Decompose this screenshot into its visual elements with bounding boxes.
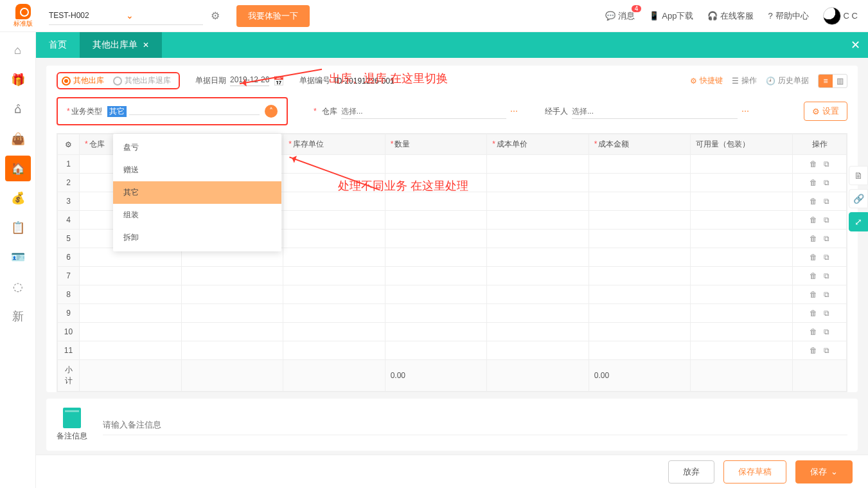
remarks-panel: 备注信息	[46, 399, 858, 451]
footer: 放弃 保存草稿 保存 ⌄	[36, 455, 868, 488]
float-link-icon[interactable]: 🔗	[849, 189, 868, 208]
gear-col[interactable]: ⚙	[58, 134, 80, 155]
table-row[interactable]: 7🗑⧉	[58, 267, 847, 285]
rail-new-icon[interactable]: 新	[5, 303, 31, 329]
radio-return[interactable]: 其他出库退库	[113, 75, 171, 86]
delete-icon[interactable]: 🗑	[810, 346, 817, 355]
col-header: *成本金额	[589, 134, 691, 155]
main: 首页 其他出库单 ✕ ✕ 其他出库	[36, 32, 868, 488]
phone-icon: 📱	[649, 11, 659, 21]
copy-icon[interactable]: ⧉	[824, 346, 829, 355]
rail-warehouse-icon[interactable]: 🏠	[5, 156, 31, 181]
rail-house-icon[interactable]: ⌂̂	[5, 96, 31, 122]
view-mode-toggle[interactable]: ≡ ▥	[818, 74, 847, 88]
rail-money-icon[interactable]: 💰	[5, 185, 31, 211]
more-icon[interactable]: ⋯	[741, 107, 750, 116]
subtotal-label: 小计	[58, 360, 80, 392]
copy-icon[interactable]: ⧉	[824, 309, 829, 318]
remarks-input[interactable]	[103, 415, 847, 435]
rail-clipboard-icon[interactable]: 📋	[5, 215, 31, 240]
tab-home[interactable]: 首页	[36, 32, 80, 58]
delete-icon[interactable]: 🗑	[810, 159, 817, 168]
table-row[interactable]: 8🗑⧉	[58, 285, 847, 304]
settings-button[interactable]: ⚙ 设置	[804, 102, 847, 121]
form-row-2: * 业务类型 其它 ˄ 盘亏 赠送 其它 组装 拆卸	[57, 89, 847, 133]
card-view-icon[interactable]: ▥	[833, 75, 847, 87]
dd-item-3[interactable]: 组装	[113, 204, 281, 226]
company-select[interactable]: TEST-H002 ⌄	[49, 6, 203, 25]
messages-label: 消息	[618, 10, 635, 22]
notes-icon	[63, 408, 81, 428]
tab-bar: 首页 其他出库单 ✕ ✕	[36, 32, 868, 58]
float-expand-icon[interactable]: ⤢	[849, 212, 868, 231]
table-row[interactable]: 9🗑⧉	[58, 304, 847, 323]
logo-text: 标准版	[13, 19, 33, 28]
messages-link[interactable]: 💬 消息 4	[605, 10, 635, 22]
op-col: 操作	[793, 134, 847, 155]
dd-item-4[interactable]: 拆卸	[113, 226, 281, 249]
tabs-close-all[interactable]: ✕	[842, 32, 868, 58]
table-row[interactable]: 11🗑⧉	[58, 341, 847, 360]
more-icon[interactable]: ⋯	[510, 107, 519, 116]
rail-id-icon[interactable]: 🪪	[5, 244, 31, 270]
list-view-icon[interactable]: ≡	[819, 75, 833, 87]
delete-icon[interactable]: 🗑	[810, 309, 817, 318]
save-button[interactable]: 保存 ⌄	[795, 460, 853, 483]
dd-item-1[interactable]: 赠送	[113, 159, 281, 181]
copy-icon[interactable]: ⧉	[824, 290, 829, 299]
shortcut-link[interactable]: ⚙ 快捷键	[690, 75, 723, 86]
company-name: TEST-H002	[49, 11, 126, 20]
warehouse-input[interactable]	[341, 104, 506, 119]
copy-icon[interactable]: ⧉	[824, 197, 829, 206]
save-draft-button[interactable]: 保存草稿	[723, 460, 786, 483]
col-header: *成本单价	[487, 134, 589, 155]
copy-icon[interactable]: ⧉	[824, 178, 829, 187]
handler-field[interactable]: 经手人 ⋯	[545, 104, 750, 119]
delete-icon[interactable]: 🗑	[810, 234, 817, 243]
business-type-field[interactable]: * 业务类型 其它 ˄ 盘亏 赠送 其它 组装 拆卸	[57, 97, 288, 125]
copy-icon[interactable]: ⧉	[824, 327, 829, 336]
user-menu[interactable]: C C	[823, 7, 858, 25]
help-link[interactable]: ? 帮助中心	[768, 10, 808, 22]
operate-link[interactable]: ☰ 操作	[732, 75, 757, 86]
tab-current[interactable]: 其他出库单 ✕	[80, 32, 162, 58]
table-row[interactable]: 10🗑⧉	[58, 323, 847, 341]
delete-icon[interactable]: 🗑	[810, 178, 817, 187]
rail-bag-icon[interactable]: 👜	[5, 126, 31, 152]
delete-icon[interactable]: 🗑	[810, 253, 817, 262]
try-button[interactable]: 我要体验一下	[236, 5, 310, 27]
app-download-link[interactable]: 📱 App下载	[649, 10, 693, 22]
remarks-label-wrap: 备注信息	[57, 408, 87, 442]
close-icon[interactable]: ✕	[143, 41, 149, 50]
history-link[interactable]: 🕘 历史单据	[766, 75, 809, 86]
delete-icon[interactable]: 🗑	[810, 327, 817, 336]
copy-icon[interactable]: ⧉	[824, 234, 829, 243]
delete-icon[interactable]: 🗑	[810, 215, 817, 224]
col-header: *库存单位	[283, 134, 385, 155]
logo: 标准版	[10, 4, 36, 28]
copy-icon[interactable]: ⧉	[824, 271, 829, 280]
dd-item-0[interactable]: 盘亏	[113, 136, 281, 159]
rail-refresh-icon[interactable]: ◌	[5, 274, 31, 300]
handler-input[interactable]	[572, 104, 738, 119]
col-header: *数量	[385, 134, 487, 155]
copy-icon[interactable]: ⧉	[824, 215, 829, 224]
rail-home-icon[interactable]: ⌂	[5, 37, 31, 63]
delete-icon[interactable]: 🗑	[810, 290, 817, 299]
rail-gift-icon[interactable]: 🎁	[5, 67, 31, 93]
float-doc-icon[interactable]: 🗎	[849, 166, 868, 185]
chevron-up-icon: ˄	[265, 105, 278, 118]
copy-icon[interactable]: ⧉	[824, 159, 829, 168]
copy-icon[interactable]: ⧉	[824, 253, 829, 262]
content: 其他出库 其他出库退库 单据日期 2019-12-26 📅	[36, 58, 868, 455]
discard-button[interactable]: 放弃	[668, 460, 714, 483]
gear-icon[interactable]: ⚙	[211, 10, 220, 22]
support-link[interactable]: 🎧 在线客服	[707, 10, 754, 22]
delete-icon[interactable]: 🗑	[810, 197, 817, 206]
delete-icon[interactable]: 🗑	[810, 271, 817, 280]
dd-item-2[interactable]: 其它	[113, 181, 281, 204]
warehouse-field[interactable]: * 仓库 ⋯	[314, 104, 519, 119]
radio-out[interactable]: 其他出库	[62, 75, 104, 86]
help-icon: ?	[768, 11, 772, 21]
logo-icon	[15, 4, 31, 19]
